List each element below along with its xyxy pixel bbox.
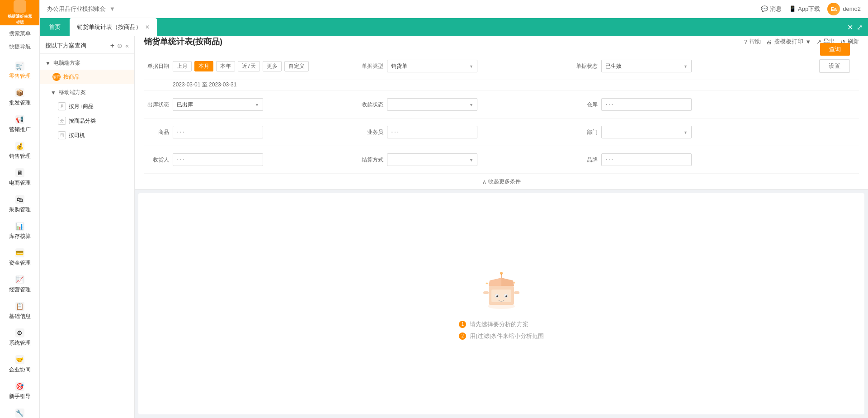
date-this-year[interactable]: 本年 (216, 61, 235, 71)
user-area: Ea demo2 (827, 3, 861, 15)
collect-status-select[interactable] (387, 98, 477, 111)
svg-rect-4 (491, 290, 511, 302)
tip2-num: 2 (459, 332, 466, 340)
empty-illustration: ✦ ✦ (479, 268, 524, 313)
basic-label: 基础信息 (9, 313, 31, 320)
mobile-scheme-title[interactable]: ▼ 移动端方案 (40, 86, 134, 99)
filter-row-2: 出库状态 已出库 收款状态 (144, 91, 859, 119)
sidebar-item-guide[interactable]: 🎯 新手引导 (0, 377, 39, 404)
content-area: 按以下方案查询 + ⊙ « ▼ 电脑端方案 按商 按商品 (40, 36, 868, 418)
tab-close-icon[interactable]: ✕ (145, 24, 150, 30)
empty-tips: 1 请先选择要分析的方案 2 用[过滤]条件来缩小分析范围 (459, 320, 543, 340)
settings-button[interactable]: 设置 (819, 59, 850, 73)
doc-status-value: 已生效 (605, 62, 622, 70)
username: demo2 (843, 5, 861, 12)
salesman-input[interactable]: ··· (387, 126, 477, 138)
desktop-scheme-group: ▼ 电脑端方案 按商 按商品 ▼ 移动端方案 月 按月+商品 (40, 54, 134, 147)
desktop-scheme-title[interactable]: ▼ 电脑端方案 (40, 57, 134, 70)
date-more[interactable]: 更多 (263, 61, 282, 71)
sidebar-item-ecommerce[interactable]: 🖥 电商管理 (0, 164, 39, 190)
quick-nav[interactable]: 快捷导航 (0, 40, 39, 53)
scheme-item-category[interactable]: 分 按商品分类 (40, 114, 134, 128)
header-right: 💬 消息 📱 App下载 Ea demo2 (761, 3, 861, 15)
search-menu[interactable]: 搜索菜单 (0, 25, 39, 40)
query-button[interactable]: 查询 (820, 43, 850, 56)
brand-input[interactable]: ··· (601, 153, 692, 166)
sidebar-item-wholesale[interactable]: 📦 批发管理 (0, 84, 39, 110)
wholesale-icon: 📦 (15, 88, 24, 97)
collapse-bar[interactable]: ∧ 收起更多条件 (144, 174, 859, 189)
tip1-text: 请先选择要分析的方案 (470, 320, 528, 328)
sidebar-item-basic[interactable]: 📋 基础信息 (0, 297, 39, 324)
collapse-icon: ∧ (482, 179, 486, 185)
dept-label: 部门 (572, 128, 598, 136)
marketing-label: 营销推广 (9, 126, 31, 133)
left-panel-header: 按以下方案查询 + ⊙ « (40, 36, 134, 54)
dropdown-arrow[interactable]: ▼ (109, 5, 115, 12)
filter-area: 单据日期 上月 本月 本年 近7天 更多 自定义 单据类型 (144, 52, 859, 189)
date-last-7days[interactable]: 近7天 (238, 61, 260, 71)
collapse-text: 收起更多条件 (488, 178, 521, 185)
sidebar-item-retail[interactable]: 🛒 零售管理 (0, 57, 39, 84)
scheme-item-month-goods[interactable]: 月 按月+商品 (40, 99, 134, 114)
retail-label: 零售管理 (9, 72, 31, 80)
empty-tip-1: 1 请先选择要分析的方案 (459, 320, 543, 328)
sidebar-item-system[interactable]: ⚙ 系统管理 (0, 324, 39, 351)
svg-rect-12 (514, 291, 519, 294)
recipient-input[interactable]: ··· (173, 153, 263, 166)
tab-active[interactable]: 销货单统计表（按商品） ✕ (70, 18, 157, 36)
dept-select[interactable] (601, 126, 692, 138)
page-title: 销货单统计表(按商品) (144, 36, 222, 47)
sidebar-item-sales[interactable]: 💰 销售管理 (0, 137, 39, 164)
sidebar-item-marketing[interactable]: 📢 营销推广 (0, 110, 39, 137)
help-button[interactable]: ? 帮助 (744, 38, 761, 46)
finance-icon: 💳 (15, 248, 24, 257)
sidebar-item-finance[interactable]: 💳 资金管理 (0, 244, 39, 271)
salesman-dots: ··· (391, 128, 400, 136)
template-print-button[interactable]: 🖨 按模板打印 ▼ (766, 38, 811, 46)
page-title-row: 销货单统计表(按商品) ? 帮助 🖨 按模板打印 ▼ ↗ (144, 36, 859, 47)
sidebar-item-purchase[interactable]: 🛍 采购管理 (0, 190, 39, 217)
payment-select[interactable] (387, 153, 477, 166)
date-filter-col: 单据日期 上月 本月 本年 近7天 更多 自定义 (144, 56, 358, 76)
category-label: 按商品分类 (69, 117, 96, 125)
message-icon: 💬 (761, 5, 768, 12)
doc-type-select[interactable]: 销货单 (387, 60, 477, 72)
wholesale-label: 批发管理 (9, 99, 31, 107)
tab-maximize-icon[interactable]: ⤢ (857, 23, 863, 32)
app-logo: 畅捷通好生意 标版 (0, 0, 40, 25)
setting-scheme-button[interactable]: ⊙ (117, 42, 123, 49)
sidebar-item-appstore[interactable]: 🔧 应用中心 (0, 404, 39, 418)
finance-label: 资金管理 (9, 259, 31, 267)
tab-home[interactable]: 首页 (40, 18, 70, 36)
add-scheme-button[interactable]: + (110, 42, 114, 50)
scheme-item-driver[interactable]: 司 按司机 (40, 128, 134, 142)
tip1-num: 1 (459, 321, 466, 328)
retail-icon: 🛒 (15, 62, 24, 71)
warehouse-input[interactable]: ··· (601, 98, 692, 111)
goods-input[interactable]: ··· (173, 126, 263, 138)
tab-minimize-icon[interactable]: ✕ (847, 23, 853, 32)
page-actions: ? 帮助 🖨 按模板打印 ▼ ↗ 导出 ↺ (744, 38, 859, 46)
message-button[interactable]: 💬 消息 (761, 5, 782, 13)
app-download-button[interactable]: 📱 App下载 (789, 5, 820, 13)
date-this-month[interactable]: 本月 (194, 61, 213, 71)
date-last-month[interactable]: 上月 (173, 61, 192, 71)
doc-status-label: 单据状态 (572, 62, 598, 70)
warehouse-col: 仓库 ··· (572, 95, 787, 114)
sidebar-item-collab[interactable]: 🤝 企业协同 (0, 351, 39, 377)
print-dropdown-icon: ▼ (805, 38, 811, 45)
date-custom[interactable]: 自定义 (284, 61, 309, 71)
svg-text:✦: ✦ (513, 281, 516, 285)
doc-status-select[interactable]: 已生效 (601, 60, 692, 72)
filter-row-3: 商品 ··· 业务员 ··· 部门 (144, 119, 859, 146)
out-status-select[interactable]: 已出库 (173, 98, 263, 111)
sidebar: 畅捷通好生意 标版 搜索菜单 快捷导航 🛒 零售管理 📦 批发管理 📢 营销推广… (0, 0, 40, 418)
goods-col: 商品 ··· (144, 122, 358, 142)
out-status-arrow (255, 102, 259, 107)
tip2-text: 用[过滤]条件来缩小分析范围 (470, 332, 543, 340)
scheme-item-goods[interactable]: 按商 按商品 (40, 70, 134, 84)
sidebar-item-operations[interactable]: 📈 经营管理 (0, 271, 39, 297)
sidebar-item-inventory[interactable]: 📊 库存核算 (0, 217, 39, 244)
collapse-panel-button[interactable]: « (125, 42, 129, 49)
